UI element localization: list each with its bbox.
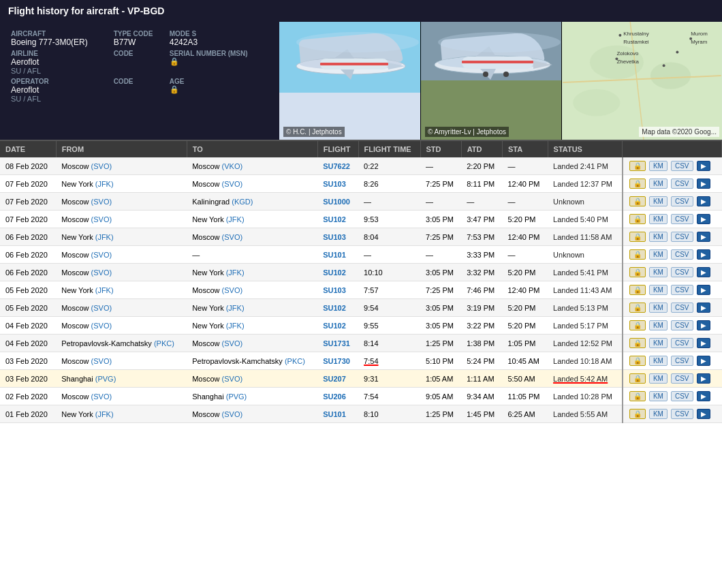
flight-link[interactable]: SU101 — [323, 410, 346, 418]
from-code-link[interactable]: (SVO) — [91, 198, 112, 206]
flight-link[interactable]: SU102 — [323, 304, 346, 312]
flight-link[interactable]: SU103 — [323, 286, 346, 294]
play-button[interactable]: ▶ — [697, 285, 710, 295]
lock-button[interactable]: 🔒 — [629, 232, 646, 242]
lock-button[interactable]: 🔒 — [629, 161, 646, 171]
from-code-link[interactable]: (SVO) — [91, 268, 112, 277]
to-code-link[interactable]: (JFK) — [226, 215, 245, 223]
flight-link[interactable]: SU206 — [323, 392, 346, 401]
lock-button[interactable]: 🔒 — [629, 249, 646, 260]
to-code-link[interactable]: (SVO) — [222, 339, 243, 347]
from-code-link[interactable]: (JFK) — [95, 410, 114, 418]
km-button[interactable]: KM — [649, 356, 668, 366]
km-button[interactable]: KM — [649, 179, 668, 189]
lock-button[interactable]: 🔒 — [629, 285, 646, 295]
lock-button[interactable]: 🔒 — [629, 196, 646, 206]
csv-button[interactable]: CSV — [671, 338, 693, 348]
lock-button[interactable]: 🔒 — [629, 179, 646, 189]
play-button[interactable]: ▶ — [697, 267, 710, 277]
play-button[interactable]: ▶ — [697, 232, 710, 242]
lock-button[interactable]: 🔒 — [629, 303, 646, 313]
flight-link[interactable]: SU7622 — [323, 162, 350, 170]
from-code-link[interactable]: (SVO) — [91, 215, 112, 223]
to-code-link[interactable]: (SVO) — [222, 180, 243, 188]
km-button[interactable]: KM — [649, 338, 668, 348]
flight-link[interactable]: SU1731 — [323, 339, 350, 347]
flight-link[interactable]: SU1730 — [323, 357, 350, 365]
photo-1[interactable]: © H.C. | Jetphotos — [279, 22, 420, 140]
from-code-link[interactable]: (SVO) — [91, 392, 112, 401]
to-code-link[interactable]: (PKC) — [285, 357, 305, 365]
from-code-link[interactable]: (SVO) — [91, 162, 112, 170]
csv-button[interactable]: CSV — [671, 179, 693, 189]
to-code-link[interactable]: (SVO) — [222, 410, 243, 418]
km-button[interactable]: KM — [649, 303, 668, 313]
from-code-link[interactable]: (SVO) — [91, 251, 112, 259]
csv-button[interactable]: CSV — [671, 285, 693, 295]
flight-link[interactable]: SU103 — [323, 180, 346, 188]
flight-link[interactable]: SU207 — [323, 375, 346, 383]
km-button[interactable]: KM — [649, 373, 668, 384]
csv-button[interactable]: CSV — [671, 320, 693, 330]
lock-button[interactable]: 🔒 — [629, 391, 646, 401]
lock-button[interactable]: 🔒 — [629, 373, 646, 384]
km-button[interactable]: KM — [649, 249, 668, 260]
from-code-link[interactable]: (JFK) — [95, 286, 114, 294]
to-code-link[interactable]: (JFK) — [226, 322, 245, 330]
lock-button[interactable]: 🔒 — [629, 267, 646, 277]
to-code-link[interactable]: (SVO) — [222, 286, 243, 294]
from-code-link[interactable]: (PKC) — [154, 339, 174, 347]
flight-link[interactable]: SU103 — [323, 233, 346, 241]
to-code-link[interactable]: (SVO) — [222, 375, 243, 383]
play-button[interactable]: ▶ — [697, 303, 710, 313]
km-button[interactable]: KM — [649, 232, 668, 242]
lock-button[interactable]: 🔒 — [629, 356, 646, 366]
lock-button[interactable]: 🔒 — [629, 320, 646, 330]
csv-button[interactable]: CSV — [671, 214, 693, 224]
flight-link[interactable]: SU1000 — [323, 198, 350, 206]
km-button[interactable]: KM — [649, 285, 668, 295]
to-code-link[interactable]: (JFK) — [226, 268, 245, 277]
km-button[interactable]: KM — [649, 409, 668, 419]
to-code-link[interactable]: (VKO) — [222, 162, 243, 170]
play-button[interactable]: ▶ — [697, 409, 710, 419]
csv-button[interactable]: CSV — [671, 356, 693, 366]
csv-button[interactable]: CSV — [671, 303, 693, 313]
from-code-link[interactable]: (SVO) — [91, 357, 112, 365]
lock-button[interactable]: 🔒 — [629, 214, 646, 224]
from-code-link[interactable]: (SVO) — [91, 304, 112, 312]
km-button[interactable]: KM — [649, 214, 668, 224]
from-code-link[interactable]: (SVO) — [91, 322, 112, 330]
to-code-link[interactable]: (JFK) — [226, 304, 245, 312]
play-button[interactable]: ▶ — [697, 391, 710, 401]
play-button[interactable]: ▶ — [697, 179, 710, 189]
from-code-link[interactable]: (PVG) — [95, 375, 116, 383]
csv-button[interactable]: CSV — [671, 196, 693, 206]
csv-button[interactable]: CSV — [671, 232, 693, 242]
play-button[interactable]: ▶ — [697, 373, 710, 384]
flight-link[interactable]: SU102 — [323, 268, 346, 277]
lock-button[interactable]: 🔒 — [629, 338, 646, 348]
csv-button[interactable]: CSV — [671, 161, 693, 171]
play-button[interactable]: ▶ — [697, 249, 710, 260]
play-button[interactable]: ▶ — [697, 214, 710, 224]
km-button[interactable]: KM — [649, 267, 668, 277]
csv-button[interactable]: CSV — [671, 391, 693, 401]
flight-link[interactable]: SU101 — [323, 251, 346, 259]
csv-button[interactable]: CSV — [671, 267, 693, 277]
csv-button[interactable]: CSV — [671, 373, 693, 384]
play-button[interactable]: ▶ — [697, 320, 710, 330]
play-button[interactable]: ▶ — [697, 356, 710, 366]
km-button[interactable]: KM — [649, 196, 668, 206]
csv-button[interactable]: CSV — [671, 249, 693, 260]
from-code-link[interactable]: (JFK) — [95, 180, 114, 188]
to-code-link[interactable]: (KGD) — [232, 198, 253, 206]
flight-link[interactable]: SU102 — [323, 215, 346, 223]
km-button[interactable]: KM — [649, 320, 668, 330]
to-code-link[interactable]: (SVO) — [222, 233, 243, 241]
km-button[interactable]: KM — [649, 161, 668, 171]
from-code-link[interactable]: (JFK) — [95, 233, 114, 241]
play-button[interactable]: ▶ — [697, 338, 710, 348]
lock-button[interactable]: 🔒 — [629, 409, 646, 419]
flight-link[interactable]: SU102 — [323, 322, 346, 330]
